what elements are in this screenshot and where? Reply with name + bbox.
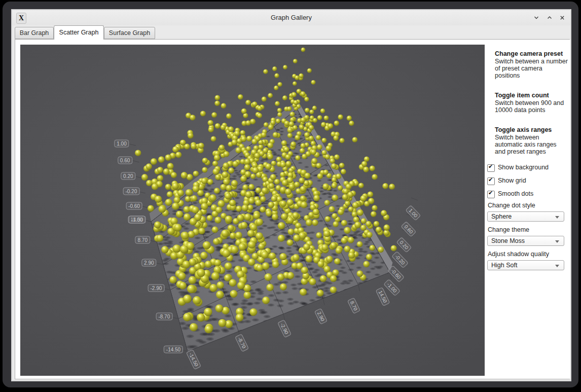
- tab-bar-graph[interactable]: Bar Graph: [15, 27, 54, 39]
- close-button[interactable]: [558, 14, 567, 22]
- app-window: X Graph Gallery Bar Graph Scatter Graph: [11, 9, 571, 381]
- command-link-title: Change camera preset: [495, 50, 568, 57]
- command-link-title: Toggle axis ranges: [495, 126, 568, 133]
- dot-style-label: Change dot style: [488, 202, 535, 209]
- theme-label: Change theme: [488, 226, 529, 233]
- chevron-down-icon: [555, 240, 559, 243]
- axis-tick-label: -14.50: [164, 346, 183, 353]
- scatter-3d-chart[interactable]: 14.508.702.90-2.90-8.70-14.50-14.50-8.70…: [20, 45, 485, 376]
- chevron-up-icon: [547, 15, 553, 21]
- axis-tick-label: 1.00: [114, 140, 129, 148]
- checkbox-box[interactable]: ✔: [487, 164, 495, 172]
- chevron-down-icon: [533, 15, 539, 21]
- checkbox-box[interactable]: ✔: [487, 177, 495, 185]
- maximize-button[interactable]: [545, 14, 554, 22]
- axis-tick-label: -0.20: [123, 188, 139, 195]
- checkbox-label: Show background: [498, 164, 549, 171]
- screen: X Graph Gallery Bar Graph Scatter Graph: [0, 0, 581, 392]
- control-panel: Change camera preset Switch between a nu…: [485, 40, 570, 379]
- change-camera-preset-button[interactable]: Change camera preset Switch between a nu…: [495, 50, 568, 79]
- toggle-axis-ranges-button[interactable]: Toggle axis ranges Switch between automa…: [495, 126, 568, 155]
- check-icon: ✔: [488, 176, 493, 183]
- chevron-down-icon: [555, 216, 559, 219]
- command-link-title: Toggle item count: [495, 92, 568, 99]
- axis-tick-label: 2.90: [141, 259, 156, 266]
- checkbox-box[interactable]: ✔: [487, 191, 495, 198]
- chevron-down-icon: [555, 265, 559, 267]
- check-icon: ✔: [488, 163, 493, 170]
- close-icon: [559, 15, 565, 21]
- checkbox-label: Show grid: [498, 177, 526, 184]
- tab-content-pane: 14.508.702.90-2.90-8.70-14.50-14.50-8.70…: [15, 39, 570, 379]
- axis-tick-label: 8.70: [135, 236, 150, 244]
- axis-tick-label: -2.90: [148, 284, 164, 292]
- axis-tick-label: -1.00: [129, 216, 146, 224]
- axis-tick-label: 0.20: [121, 172, 135, 180]
- theme-value: Stone Moss: [491, 237, 525, 244]
- axis-tick-label: -8.70: [156, 313, 172, 320]
- tab-scatter-graph[interactable]: Scatter Graph: [54, 25, 104, 40]
- dot-style-select[interactable]: Sphere: [487, 211, 564, 222]
- shadow-quality-label: Adjust shadow quality: [488, 251, 549, 258]
- command-link-description: Switch between automatic axis ranges and…: [495, 134, 568, 155]
- minimize-button[interactable]: [532, 14, 541, 22]
- tab-surface-graph[interactable]: Surface Graph: [104, 27, 155, 39]
- shadow-quality-select[interactable]: High Soft: [487, 260, 564, 270]
- window-title: Graph Gallery: [12, 10, 570, 25]
- axis-tick-label: 0.60: [118, 156, 132, 164]
- axis-tick-label: -0.60: [126, 202, 142, 209]
- command-link-description: Switch between a number of preset camera…: [495, 58, 568, 79]
- title-bar[interactable]: X Graph Gallery: [12, 10, 570, 25]
- checkbox-label: Smooth dots: [498, 190, 533, 197]
- toggle-item-count-button[interactable]: Toggle item count Switch between 900 and…: [495, 92, 568, 114]
- dot-style-value: Sphere: [491, 213, 512, 220]
- theme-select[interactable]: Stone Moss: [487, 236, 564, 246]
- check-icon: ✔: [488, 190, 493, 196]
- shadow-quality-value: High Soft: [491, 262, 517, 269]
- command-link-description: Switch between 900 and 10000 data points: [495, 99, 568, 114]
